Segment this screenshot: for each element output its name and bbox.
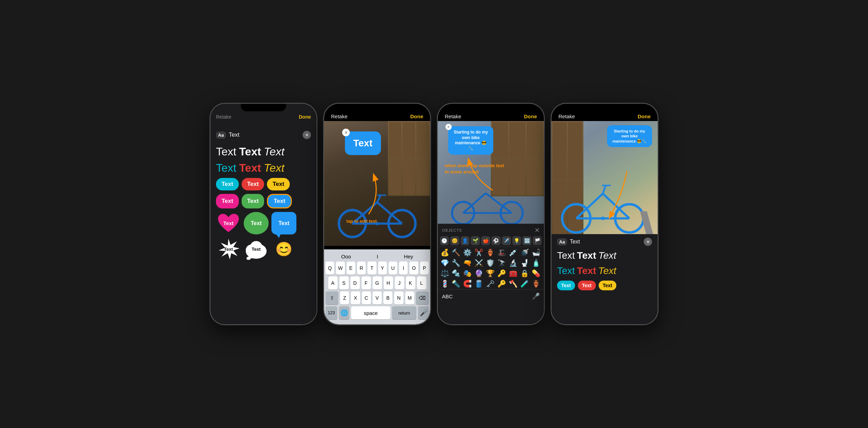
emoji-cat-clock[interactable]: 🕐 [440, 236, 449, 245]
abc-label[interactable]: ABC [442, 293, 453, 299]
key-c[interactable]: C [362, 291, 371, 305]
obj-7[interactable]: 💉 [508, 248, 518, 257]
obj-6[interactable]: 🎩 [497, 248, 506, 257]
obj-13[interactable]: ⚔️ [474, 258, 484, 268]
pill-pink[interactable]: Text [216, 194, 239, 208]
pill-yellow[interactable]: Text [267, 178, 290, 190]
cloud-shape[interactable]: Text [244, 238, 269, 260]
key-j[interactable]: J [395, 276, 404, 290]
text-bubble-2[interactable]: Text [345, 131, 381, 155]
pill-cyan[interactable]: Text [216, 178, 239, 190]
obj-16[interactable]: 🔬 [508, 258, 518, 268]
emoji-cat-food[interactable]: 🍎 [481, 236, 490, 245]
obj-2[interactable]: 🔨 [451, 248, 461, 257]
p4-txt-italic[interactable]: Text [598, 250, 616, 261]
nav-done-2[interactable]: Done [410, 113, 424, 119]
emoji-face[interactable]: 😊 [271, 238, 296, 260]
pill-red[interactable]: Text [242, 178, 264, 190]
p4-txt-cyan[interactable]: Text [557, 265, 575, 276]
key-return[interactable]: return [392, 306, 417, 319]
obj-22[interactable]: 🔮 [474, 268, 484, 278]
style-bold[interactable]: Text [239, 145, 261, 158]
obj-32[interactable]: 🗝️ [486, 279, 495, 289]
key-shift[interactable]: ⇧ [326, 291, 338, 305]
emoji-cat-smile[interactable]: 😊 [450, 236, 459, 245]
nav-done-3[interactable]: Done [524, 113, 537, 119]
obj-14[interactable]: 🛡️ [486, 258, 495, 268]
p4-pill-red[interactable]: Text [578, 281, 596, 290]
pill-blue-outline[interactable]: Text [267, 194, 292, 208]
key-k[interactable]: K [406, 276, 415, 290]
style-yellow[interactable]: Text [264, 162, 284, 174]
obj-36[interactable]: 🏺 [531, 279, 541, 289]
nav-retake-2[interactable]: Retake [331, 113, 348, 119]
emoji-cat-people[interactable]: 👤 [461, 236, 470, 245]
obj-28[interactable]: 💈 [440, 279, 450, 289]
nav-done-4[interactable]: Done [638, 113, 651, 119]
obj-24[interactable]: 🔑 [497, 268, 506, 278]
obj-9[interactable]: 🛁 [531, 248, 541, 257]
p4-txt-bold[interactable]: Text [577, 250, 596, 261]
obj-1[interactable]: 💰 [440, 248, 450, 257]
style-red[interactable]: Text [239, 162, 261, 174]
obj-34[interactable]: 🪓 [508, 279, 518, 289]
obj-20[interactable]: 🔩 [451, 268, 461, 278]
key-b[interactable]: B [383, 291, 392, 305]
p4-pill-cyan[interactable]: Text [557, 281, 575, 290]
obj-10[interactable]: 💎 [440, 258, 450, 268]
obj-18[interactable]: 🧴 [531, 258, 541, 268]
key-a[interactable]: A [328, 276, 338, 290]
obj-31[interactable]: 🛢️ [474, 279, 484, 289]
emoji-cat-activity[interactable]: ⚽ [492, 236, 501, 245]
obj-15[interactable]: 🔭 [497, 258, 506, 268]
suggest-1[interactable]: Ooo [341, 254, 351, 259]
obj-33[interactable]: 🔑 [497, 279, 506, 289]
key-r[interactable]: R [357, 262, 366, 275]
obj-11[interactable]: 🔧 [451, 258, 461, 268]
p3-bubble-close[interactable]: ✕ [445, 124, 452, 130]
nav-done-1[interactable]: Done [299, 114, 311, 120]
emoji-cat-flags[interactable]: 🏳️ [533, 236, 542, 245]
key-o[interactable]: O [409, 262, 418, 275]
key-f[interactable]: F [362, 276, 371, 290]
obj-26[interactable]: 🔒 [520, 268, 529, 278]
obj-30[interactable]: 🧲 [463, 279, 472, 289]
obj-8[interactable]: 🚿 [520, 248, 529, 257]
nav-retake-3[interactable]: Retake [445, 113, 461, 119]
key-space[interactable]: space [351, 306, 390, 319]
obj-27[interactable]: 💊 [531, 268, 541, 278]
key-q[interactable]: Q [326, 262, 334, 275]
key-i[interactable]: I [399, 262, 408, 275]
style-plain[interactable]: Text [216, 145, 236, 158]
nav-retake-1[interactable]: Retake [216, 114, 231, 120]
obj-35[interactable]: 🧪 [520, 279, 529, 289]
key-d[interactable]: D [350, 276, 360, 290]
obj-29[interactable]: 🔦 [451, 279, 461, 289]
key-u[interactable]: U [389, 262, 397, 275]
key-globe[interactable]: 🌐 [339, 306, 350, 319]
p4-txt-plain[interactable]: Text [557, 250, 575, 261]
heart-shape[interactable]: Text [216, 212, 241, 234]
key-v[interactable]: V [373, 291, 382, 305]
style-cyan[interactable]: Text [216, 162, 236, 174]
key-y[interactable]: Y [378, 262, 387, 275]
key-e[interactable]: E [347, 262, 355, 275]
p4-pill-yellow[interactable]: Text [599, 281, 617, 290]
emoji-cat-symbols[interactable]: 🔣 [522, 236, 531, 245]
pill-green[interactable]: Text [242, 194, 264, 208]
splat-shape[interactable]: Text [216, 238, 241, 260]
key-n[interactable]: N [394, 291, 403, 305]
key-g[interactable]: G [373, 276, 382, 290]
obj-21[interactable]: 🎭 [463, 268, 472, 278]
bubble-close-2[interactable]: ✕ [342, 129, 350, 136]
emoji-cat-objects[interactable]: 💡 [512, 236, 521, 245]
key-x[interactable]: X [351, 291, 360, 305]
key-mic[interactable]: 🎤 [418, 306, 429, 319]
style-italic[interactable]: Text [264, 145, 284, 158]
key-h[interactable]: H [384, 276, 393, 290]
obj-3[interactable]: ⚙️ [463, 248, 472, 257]
p4-txt-yellow[interactable]: Text [598, 265, 616, 276]
suggest-2[interactable]: I [377, 254, 378, 259]
key-s[interactable]: S [339, 276, 349, 290]
key-z[interactable]: Z [340, 291, 349, 305]
